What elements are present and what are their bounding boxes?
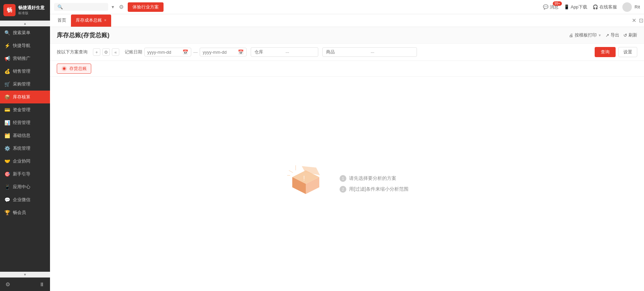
date-to-input[interactable]: 📅 [200,48,247,56]
operation-icon: 📊 [4,120,10,126]
tabs-bar: 首页 库存成本总账 × ✕ ⊡ [50,14,644,27]
query-btn[interactable]: 查询 [595,47,616,57]
sidebar-scroll-up[interactable]: ▲ [0,21,50,26]
sidebar-item-appstore[interactable]: 📱 应用中心 [0,180,50,193]
sidebar-item-finance-label: 资金管理 [13,107,30,113]
sidebar-item-newguide[interactable]: 🎯 新手引导 [0,168,50,180]
sidebar-item-shortcut[interactable]: ⚡ 快捷导航 [0,39,50,52]
sidebar-item-system-label: 系统管理 [13,145,30,151]
settings-btn[interactable]: 设置 [618,47,637,57]
industry-btn[interactable]: 体验行业方案 [128,2,164,12]
sidebar-item-marketing[interactable]: 📢 营销推广 [0,52,50,65]
tab-inventory-label: 库存成本总账 [76,17,102,23]
tab-home[interactable]: 首页 [53,15,71,27]
tab-inventory-cost[interactable]: 库存成本总账 × [71,15,111,27]
sidebar-item-sales[interactable]: 💰 销售管理 [0,65,50,78]
svg-text:!: ! [303,174,305,182]
filter-manage-btn[interactable]: ⚙ [102,48,110,56]
appstore-icon: 📱 [4,184,10,190]
app-edition: 标准版 [18,11,45,16]
empty-state: ! 1 请先选择要分析的方案 2 用[过滤]条件来缩小分析范围 [50,77,644,291]
audio-footer-icon[interactable]: ⏸ [39,282,45,288]
sidebar-footer: ⚙ ⏸ [0,277,50,291]
sidebar-nav: 🔍 搜索菜单 ⚡ 快捷导航 📢 营销推广 💰 销售管理 🛒 采购管理 📦 库存核… [0,26,50,272]
date-separator: — [193,50,198,55]
settings-footer-icon[interactable]: ⚙ [5,281,10,288]
filter-label: 按以下方案查询 [57,49,88,55]
sidebar-scroll-down[interactable]: ▼ [0,272,50,277]
product-select[interactable]: 商品 ··· [322,47,417,57]
warehouse-label: 仓库 [254,49,283,55]
tab-close-icon[interactable]: × [104,18,106,23]
sidebar-item-inventory-label: 库存核算 [13,94,30,100]
date-from-input[interactable]: 📅 [144,48,191,56]
print-label: 按模板打印 [575,32,597,38]
purchase-icon: 🛒 [4,81,10,87]
inventory-icon: 📦 [4,94,10,100]
sidebar-item-operation[interactable]: 📊 经营管理 [0,116,50,129]
download-icon: 📱 [564,4,569,9]
sidebar-item-wechat-label: 企业微信 [13,197,30,203]
empty-tip-2: 2 用[过滤]条件来缩小分析范围 [340,186,408,193]
sidebar-item-member-label: 畅会员 [13,210,26,216]
tab-home-label: 首页 [57,17,66,23]
sidebar-item-search[interactable]: 🔍 搜索菜单 [0,26,50,39]
refresh-label: 刷新 [628,32,637,38]
sidebar-item-wechat[interactable]: 💬 企业微信 [0,193,50,206]
search-icon: 🔍 [4,30,10,36]
sidebar: 畅 畅捷通好生意 标准版 ▲ 🔍 搜索菜单 ⚡ 快捷导航 📢 营销推广 💰 销售… [0,0,50,291]
warehouse-select[interactable]: 仓库 ··· [251,47,318,57]
system-icon: ⚙️ [4,145,10,151]
user-name: Rit [635,4,640,9]
sidebar-item-inventory[interactable]: 📦 库存核算 [0,91,50,103]
empty-tip-1: 1 请先选择要分析的方案 [340,175,408,182]
filter-add-btn[interactable]: + [93,48,100,56]
sidebar-item-system[interactable]: ⚙️ 系统管理 [0,142,50,155]
scheme-item-label: 存货总账 [69,66,87,72]
empty-illustration: ! [286,164,326,204]
sidebar-item-member[interactable]: 🏆 畅会员 [0,206,50,219]
cal-to-icon[interactable]: 📅 [238,49,244,55]
topbar-search-box[interactable]: 🔍 [54,3,108,11]
sidebar-item-enterprise[interactable]: 🤝 企业协同 [0,155,50,168]
topbar: 🔍 ▼ ⚙ 体验行业方案 💬 消息 99+ 📱 App下载 🎧 在线客服 [50,0,644,14]
sidebar-item-finance[interactable]: 💳 资金管理 [0,103,50,116]
filter-collapse-btn[interactable]: « [112,48,119,56]
sidebar-item-appstore-label: 应用中心 [13,184,30,190]
sidebar-item-purchase-label: 采购管理 [13,81,30,87]
date-from-field[interactable] [147,50,181,55]
message-btn[interactable]: 💬 消息 99+ [543,4,559,10]
date-label: 记账日期 [125,49,142,55]
panel-expand-btn[interactable]: ⊡ [638,17,644,24]
finance-icon: 💳 [4,107,10,113]
shortcut-icon: ⚡ [4,43,10,49]
cal-from-icon[interactable]: 📅 [182,49,188,55]
filter-bar: 按以下方案查询 + ⚙ « 记账日期 📅 — 📅 [50,44,644,61]
sidebar-item-operation-label: 经营管理 [13,120,30,126]
user-avatar [622,2,632,12]
sidebar-item-marketing-label: 营销推广 [13,55,30,62]
scheme-item-inventory[interactable]: 存货总账 [57,64,91,74]
export-label: 导出 [611,32,619,38]
product-label: 商品 [326,49,369,55]
date-to-field[interactable] [203,50,237,55]
topbar-gear-icon[interactable]: ⚙ [118,2,125,11]
panel-close-btn[interactable]: ✕ [631,17,637,24]
svg-point-2 [63,68,65,70]
scheme-area: 存货总账 [50,61,644,77]
app-download-btn[interactable]: 📱 App下载 [564,4,587,10]
sidebar-item-purchase[interactable]: 🛒 采购管理 [0,78,50,91]
sidebar-item-basic[interactable]: 🗂️ 基础信息 [0,129,50,142]
user-avatar-area[interactable]: Rit [622,2,640,12]
print-dropdown-icon[interactable]: ▼ [598,33,601,37]
service-icon: 🎧 [593,4,598,9]
marketing-icon: 📢 [4,55,10,62]
basic-icon: 🗂️ [4,132,10,139]
online-service-btn[interactable]: 🎧 在线客服 [593,4,617,10]
refresh-btn[interactable]: ↺ 刷新 [623,32,637,38]
message-icon: 💬 [543,4,548,9]
logo-icon: 畅 [3,4,16,16]
print-btn[interactable]: 🖨 按模板打印 ▼ [569,32,601,38]
export-btn[interactable]: ↗ 导出 [605,32,619,38]
topbar-dropdown-icon[interactable]: ▼ [111,5,115,9]
